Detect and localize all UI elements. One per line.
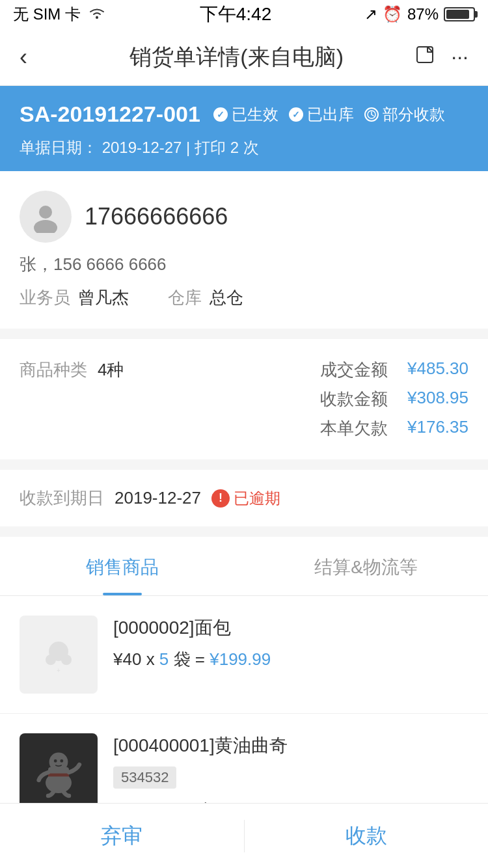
- customer-phone: 17666666666: [85, 203, 228, 230]
- warehouse-item: 仓库 总仓: [168, 286, 243, 309]
- unit-value-1: 袋: [174, 649, 191, 669]
- clock-icon: [364, 107, 379, 122]
- tab-products[interactable]: 销售商品: [0, 537, 244, 595]
- order-id: SA-20191227-001: [20, 102, 200, 127]
- bottom-bar: 弃审 收款: [0, 803, 488, 868]
- product-kind-label: 商品种类: [20, 359, 87, 381]
- product-kind-count: 4种: [98, 359, 124, 381]
- banner-top: SA-20191227-001 ✓ 已生效 ✓ 已出库 部分收款: [20, 102, 468, 127]
- order-header: SA-20191227-001 ✓ 已生效 ✓ 已出库 部分收款: [0, 86, 488, 171]
- salesperson-item: 业务员 曾凡杰: [20, 286, 129, 309]
- tabs: 销售商品 结算&物流等: [0, 537, 488, 595]
- more-button[interactable]: ···: [451, 45, 468, 69]
- tab-settlement[interactable]: 结算&物流等: [244, 537, 488, 595]
- overdue-badge: ! 已逾期: [211, 488, 280, 509]
- price-value-1: ¥40: [113, 649, 141, 669]
- product-image-2: [20, 733, 98, 811]
- qty-value-1: 5: [159, 649, 169, 669]
- salesperson-label: 业务员: [20, 286, 70, 309]
- total-value-1: ¥199.99: [210, 649, 271, 669]
- customer-top: 17666666666: [20, 191, 468, 243]
- due-date-value: 2019-12-27: [115, 488, 201, 508]
- owed-label: 本单欠款: [320, 417, 388, 440]
- wifi-icon: [87, 5, 107, 23]
- amount-line: 成交金额 ¥485.30: [320, 359, 468, 381]
- print-separator: | 打印: [186, 139, 226, 156]
- product-kind: 商品种类 4种: [20, 359, 124, 381]
- status-bar: 无 SIM 卡 下午4:42 ↗ ⏰ 87%: [0, 0, 488, 29]
- print-count: 2: [230, 139, 239, 156]
- status-time: 下午4:42: [200, 2, 272, 27]
- badge-activated: ✓ 已生效: [213, 104, 278, 125]
- product-info-1: [0000002]面包 ¥40 x 5 袋 = ¥199.99: [113, 616, 468, 671]
- salesperson-value: 曾凡杰: [78, 286, 129, 309]
- order-date: 2019-12-27: [102, 139, 182, 156]
- check-icon-1: ✓: [213, 107, 228, 122]
- battery-percent: 87%: [407, 5, 439, 23]
- banner-date: 单据日期： 2019-12-27 | 打印 2 次: [20, 137, 468, 158]
- svg-point-3: [39, 206, 52, 219]
- svg-point-12: [54, 759, 57, 763]
- svg-point-7: [61, 655, 72, 665]
- customer-section: 17666666666 张，156 6666 6666 业务员 曾凡杰 仓库 总…: [0, 171, 488, 329]
- badge-shipped-label: 已出库: [307, 104, 354, 125]
- due-date-section: 收款到期日 2019-12-27 ! 已逾期: [0, 470, 488, 526]
- badge-shipped: ✓ 已出库: [289, 104, 354, 125]
- received-value: ¥308.95: [407, 388, 468, 411]
- warehouse-label: 仓库: [168, 286, 202, 309]
- svg-point-13: [60, 759, 63, 763]
- warehouse-value: 总仓: [210, 286, 243, 309]
- financials: 成交金额 ¥485.30 收款金额 ¥308.95 本单欠款 ¥176.35: [320, 359, 468, 440]
- svg-rect-14: [48, 774, 69, 777]
- date-label: 单据日期：: [20, 139, 98, 156]
- product-price-1: ¥40 x 5 袋 = ¥199.99: [113, 648, 468, 671]
- svg-point-4: [34, 220, 57, 233]
- badge-partial-label: 部分收款: [383, 104, 445, 125]
- back-button[interactable]: ‹: [20, 44, 59, 71]
- svg-point-0: [96, 16, 98, 19]
- location-icon: ↗: [364, 5, 377, 23]
- customer-meta: 业务员 曾凡杰 仓库 总仓: [20, 286, 468, 309]
- due-label: 收款到期日: [20, 487, 104, 509]
- received-label: 收款金额: [320, 388, 388, 411]
- nav-actions: ···: [414, 44, 468, 70]
- print-suffix: 次: [243, 139, 259, 156]
- status-badges: ✓ 已生效 ✓ 已出库 部分收款: [213, 104, 445, 125]
- nav-bar: ‹ 销货单详情(来自电脑) ···: [0, 29, 488, 86]
- alarm-icon: ⏰: [383, 5, 402, 23]
- customer-name: 张，156 6666 6666: [20, 253, 468, 276]
- product-tag-2: 534532: [113, 766, 176, 789]
- avatar: [20, 191, 72, 243]
- received-line: 收款金额 ¥308.95: [320, 388, 468, 411]
- confirm-button[interactable]: 收款: [245, 809, 489, 863]
- overdue-icon: !: [211, 489, 230, 508]
- status-right: ↗ ⏰ 87%: [364, 5, 475, 23]
- badge-partial: 部分收款: [364, 104, 445, 125]
- owed-line: 本单欠款 ¥176.35: [320, 417, 468, 440]
- product-name-1: [0000002]面包: [113, 616, 468, 640]
- product-name-2: [000400001]黄油曲奇: [113, 733, 468, 758]
- cancel-button[interactable]: 弃审: [0, 809, 244, 863]
- check-icon-2: ✓: [289, 107, 303, 122]
- svg-text:+: +: [57, 667, 61, 674]
- stats-row: 商品种类 4种 成交金额 ¥485.30 收款金额 ¥308.95 本单欠款 ¥…: [20, 359, 468, 440]
- stats-section: 商品种类 4种 成交金额 ¥485.30 收款金额 ¥308.95 本单欠款 ¥…: [0, 339, 488, 459]
- badge-activated-label: 已生效: [232, 104, 278, 125]
- status-left: 无 SIM 卡: [13, 4, 107, 25]
- battery-icon: [444, 7, 475, 21]
- owed-value: ¥176.35: [407, 417, 468, 440]
- tabs-container: 销售商品 结算&物流等: [0, 537, 488, 596]
- product-item: + [0000002]面包 ¥40 x 5 袋 = ¥199.99: [0, 596, 488, 714]
- amount-value: ¥485.30: [407, 359, 468, 381]
- page-title: 销货单详情(来自电脑): [129, 42, 344, 72]
- overdue-text: 已逾期: [234, 488, 280, 509]
- product-image-1: +: [20, 616, 98, 694]
- amount-label: 成交金额: [320, 359, 388, 381]
- svg-point-6: [46, 655, 56, 665]
- carrier-text: 无 SIM 卡: [13, 4, 81, 25]
- share-button[interactable]: [414, 44, 435, 70]
